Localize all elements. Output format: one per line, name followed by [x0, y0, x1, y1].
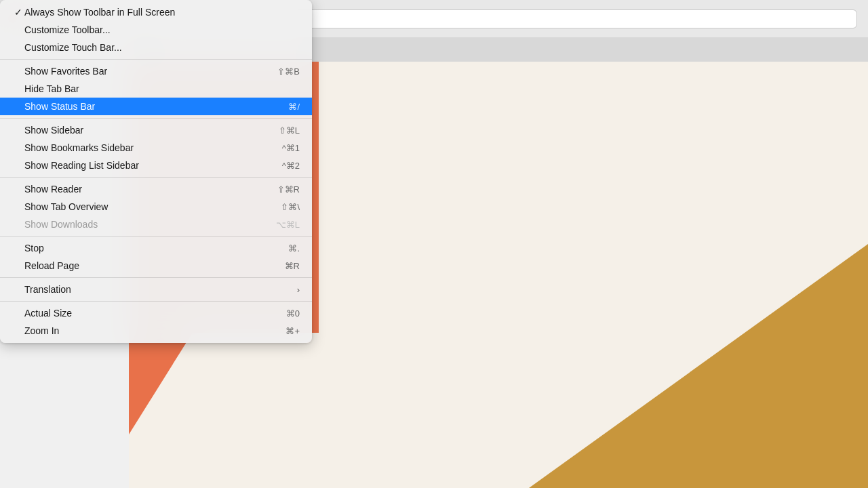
shortcut-label: ⌘/: [288, 102, 300, 112]
menu-item-always-show-toolbar[interactable]: ✓ Always Show Toolbar in Full Screen: [0, 3, 312, 21]
menu-item-stop[interactable]: Stop ⌘.: [0, 239, 312, 257]
menu-item-customize-toolbar[interactable]: Customize Toolbar...: [0, 21, 312, 39]
menu-label: Always Show Toolbar in Full Screen: [24, 7, 175, 18]
menu-label: Translation: [24, 284, 71, 295]
menu-label: Hide Tab Bar: [24, 83, 79, 94]
view-menu: ✓ Always Show Toolbar in Full Screen Cus…: [0, 0, 312, 343]
bg-triangle-orange: [529, 244, 868, 488]
menu-label: Reload Page: [24, 260, 79, 271]
menu-label: Show Bookmarks Sidebar: [24, 142, 134, 153]
shortcut-label: ⌥⌘L: [276, 220, 300, 230]
menu-item-show-favorites-bar[interactable]: Show Favorites Bar ⇧⌘B: [0, 62, 312, 80]
menu-item-reload-page[interactable]: Reload Page ⌘R: [0, 257, 312, 274]
shortcut-label: ⌘+: [285, 326, 300, 336]
separator-2: [0, 118, 312, 119]
shortcut-label: ⇧⌘L: [279, 125, 300, 136]
menu-item-customize-touch-bar[interactable]: Customize Touch Bar...: [0, 39, 312, 56]
menu-label: Stop: [24, 243, 44, 253]
shortcut-label: ⇧⌘R: [277, 184, 300, 195]
menu-item-show-reading-list-sidebar[interactable]: Show Reading List Sidebar ^⌘2: [0, 157, 312, 174]
menu-label: Show Status Bar: [24, 101, 95, 112]
menu-item-actual-size[interactable]: Actual Size ⌘0: [0, 304, 312, 322]
shortcut-label: ⌘R: [285, 261, 300, 271]
separator-5: [0, 277, 312, 278]
menu-label: Actual Size: [24, 308, 72, 319]
menu-item-show-reader[interactable]: Show Reader ⇧⌘R: [0, 180, 312, 198]
menu-item-zoom-in[interactable]: Zoom In ⌘+: [0, 322, 312, 340]
shortcut-label: ⌘.: [288, 243, 300, 253]
checkmark-icon: ✓: [12, 7, 24, 18]
submenu-arrow-icon: ›: [297, 285, 300, 295]
shortcut-label: ⇧⌘\: [281, 202, 300, 212]
shortcut-label: ⇧⌘B: [277, 66, 300, 77]
menu-item-show-status-bar[interactable]: Show Status Bar ⌘/: [0, 98, 312, 115]
menu-label: Show Favorites Bar: [24, 66, 107, 77]
menu-item-show-downloads[interactable]: Show Downloads ⌥⌘L: [0, 216, 312, 233]
shortcut-label: ^⌘2: [282, 161, 300, 171]
shortcut-label: ⌘0: [286, 308, 300, 319]
menu-item-show-sidebar[interactable]: Show Sidebar ⇧⌘L: [0, 121, 312, 139]
menu-label: Show Tab Overview: [24, 201, 108, 212]
menu-label: Show Reading List Sidebar: [24, 160, 139, 171]
separator-1: [0, 59, 312, 60]
menu-label: Customize Touch Bar...: [24, 42, 122, 53]
menu-item-hide-tab-bar[interactable]: Hide Tab Bar: [0, 80, 312, 98]
menu-label: Show Downloads: [24, 219, 98, 230]
menu-label: Show Sidebar: [24, 125, 83, 136]
menu-label: Zoom In: [24, 325, 59, 336]
menu-item-show-tab-overview[interactable]: Show Tab Overview ⇧⌘\: [0, 198, 312, 216]
menu-label: Customize Toolbar...: [24, 24, 111, 35]
separator-4: [0, 236, 312, 237]
menu-label: Show Reader: [24, 184, 82, 195]
separator-3: [0, 177, 312, 178]
separator-6: [0, 301, 312, 302]
shortcut-label: ^⌘1: [282, 143, 300, 153]
menu-item-show-bookmarks-sidebar[interactable]: Show Bookmarks Sidebar ^⌘1: [0, 139, 312, 157]
menu-item-translation[interactable]: Translation ›: [0, 281, 312, 298]
